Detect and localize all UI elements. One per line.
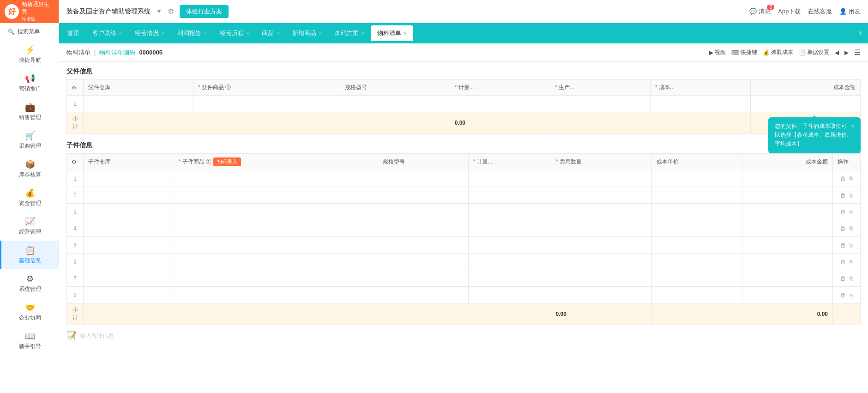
copy-icon-3[interactable]: ⎘ <box>850 209 853 215</box>
parent-col-gear[interactable]: ⚙ <box>67 80 84 96</box>
parent-produce-cell[interactable] <box>550 96 650 112</box>
app-download-link[interactable]: App下载 <box>778 7 801 16</box>
shortcut-action[interactable]: ⌨ 快捷键 <box>731 48 757 56</box>
header-left: 装备及固定资产辅助管理系统 ▼ ⚙ 体验行业方案 <box>66 5 229 18</box>
tab-goods[interactable]: 商品 × <box>255 25 286 41</box>
child-col-gear[interactable]: ⚙ <box>67 154 84 170</box>
tooltip-close-btn[interactable]: × <box>851 122 854 131</box>
copy-icon-7[interactable]: ⎘ <box>850 275 853 282</box>
child-table-row: 7 🗑 ⎘ <box>67 270 861 287</box>
parent-goods-cell[interactable] <box>193 96 340 112</box>
tab-profit[interactable]: 利润报告 × <box>171 25 213 41</box>
child-spec-2[interactable] <box>378 187 468 204</box>
copy-icon-2[interactable]: ⎘ <box>850 192 853 199</box>
child-action-2: 🗑 ⎘ <box>833 187 861 204</box>
breadcrumb-parent[interactable]: 物料清单 <box>66 48 90 57</box>
cost-action[interactable]: 💰 摊取成本 <box>763 48 793 56</box>
search-icon: 🔍 <box>8 29 15 35</box>
sidebar-item-marketing[interactable]: 📢 营销推广 <box>0 69 59 97</box>
delete-icon-6[interactable]: 🗑 <box>840 259 846 265</box>
sidebar-item-operation[interactable]: 📈 经营管理 <box>0 212 59 241</box>
tab-bom[interactable]: 物料清单 × <box>371 25 413 41</box>
tab-new-goods-label: 新增商品 <box>292 29 316 37</box>
copy-icon-6[interactable]: ⎘ <box>850 259 853 265</box>
tab-barcode[interactable]: 条码方案 × <box>328 25 371 41</box>
child-goods-2[interactable] <box>174 187 378 204</box>
child-unit-1[interactable] <box>468 170 551 187</box>
online-service-link[interactable]: 在线客服 <box>808 7 832 16</box>
bottom-note-area: 📝 输入备注信息 <box>66 331 861 341</box>
sidebar-item-finance[interactable]: 💰 资金管理 <box>0 183 59 212</box>
child-table-row: 8 🗑 ⎘ <box>67 287 861 303</box>
prev-btn[interactable]: ◀ <box>835 49 839 56</box>
scan-input-btn[interactable]: 扫码录入 <box>213 157 241 166</box>
parent-cost-cell[interactable] <box>651 96 751 112</box>
child-amount-2[interactable] <box>742 187 833 204</box>
child-unit-cost-1[interactable] <box>652 170 742 187</box>
tab-home[interactable]: 首页 <box>61 25 86 41</box>
delete-icon-5[interactable]: 🗑 <box>840 242 846 248</box>
tab-new-goods[interactable]: 新增商品 × <box>286 25 328 41</box>
sidebar-item-guide[interactable]: 📖 新手引导 <box>0 326 59 355</box>
child-warehouse-1[interactable] <box>84 170 174 187</box>
dropdown-arrow-icon[interactable]: ▼ <box>156 8 162 15</box>
tab-bom-close[interactable]: × <box>404 31 407 36</box>
tab-customer-close[interactable]: × <box>119 31 122 36</box>
user-avatar[interactable]: 👤 用友 <box>839 7 861 16</box>
message-badge: 6 <box>767 5 774 10</box>
sub-header: 物料清单 | 物料清单编码 0000005 ▶ 视频 ⌨ 快捷键 💰 摊取成本 … <box>59 43 868 62</box>
copy-icon-5[interactable]: ⎘ <box>850 242 853 248</box>
parent-warehouse-cell[interactable] <box>84 96 193 112</box>
sidebar-item-inventory[interactable]: 📦 库存核算 <box>0 155 59 183</box>
child-spec-1[interactable] <box>378 170 468 187</box>
tab-goods-close[interactable]: × <box>277 31 279 36</box>
doc-settings-action[interactable]: 📄 单据设置 <box>799 48 829 56</box>
tab-history-close[interactable]: × <box>247 31 249 36</box>
sidebar-item-sales[interactable]: 💼 销售管理 <box>0 97 59 126</box>
close-all-icon[interactable]: × <box>855 29 866 37</box>
tab-goods-label: 商品 <box>262 29 274 37</box>
child-unit-cost-2[interactable] <box>652 187 742 204</box>
experience-btn[interactable]: 体验行业方案 <box>180 5 229 18</box>
delete-icon-2[interactable]: 🗑 <box>840 192 846 199</box>
sidebar-item-collab[interactable]: 🤝 企业协同 <box>0 298 59 326</box>
tab-operation-close[interactable]: × <box>162 31 164 36</box>
tab-new-goods-close[interactable]: × <box>319 31 322 36</box>
delete-icon-1[interactable]: 🗑 <box>840 175 846 182</box>
sidebar-item-basic-info[interactable]: 📋 基础信息 <box>0 241 59 269</box>
message-area[interactable]: 💬 消息 6 <box>749 7 771 16</box>
parent-unit-cell[interactable] <box>450 96 550 112</box>
delete-icon-7[interactable]: 🗑 <box>840 275 846 282</box>
child-goods-1[interactable] <box>174 170 378 187</box>
sidebar-search-item[interactable]: 🔍 搜索菜单 <box>0 23 59 40</box>
parent-spec-cell[interactable] <box>340 96 450 112</box>
parent-table-row: 1 <box>67 96 861 112</box>
tab-profit-close[interactable]: × <box>204 31 207 36</box>
sidebar-item-quick-nav[interactable]: ⚡ 快捷导航 <box>0 40 59 69</box>
delete-icon-4[interactable]: 🗑 <box>840 225 846 232</box>
copy-icon-8[interactable]: ⎘ <box>850 292 853 298</box>
video-action[interactable]: ▶ 视频 <box>709 48 726 56</box>
delete-icon-8[interactable]: 🗑 <box>840 292 846 298</box>
gear-settings-icon[interactable]: ⚙ <box>168 7 174 16</box>
grid-view-btn[interactable]: ☰ <box>854 48 861 57</box>
tab-history[interactable]: 经营历程 × <box>213 25 256 41</box>
next-btn[interactable]: ▶ <box>844 49 849 56</box>
copy-icon-1[interactable]: ⎘ <box>850 175 853 182</box>
child-qty-1[interactable] <box>551 170 652 187</box>
tab-customer[interactable]: 客户联络 × <box>86 25 128 41</box>
child-qty-2[interactable] <box>551 187 652 204</box>
tab-operation[interactable]: 经营情况 × <box>128 25 171 41</box>
delete-icon-3[interactable]: 🗑 <box>840 209 846 215</box>
note-placeholder[interactable]: 输入备注信息 <box>80 332 114 340</box>
sidebar-item-system[interactable]: ⚙ 系统管理 <box>0 269 59 298</box>
parent-amount-cell[interactable] <box>751 96 861 112</box>
tab-barcode-close[interactable]: × <box>362 31 364 36</box>
tab-operation-label: 经营情况 <box>135 29 159 37</box>
child-warehouse-2[interactable] <box>84 187 174 204</box>
child-amount-1[interactable] <box>742 170 833 187</box>
operation-icon: 📈 <box>25 217 35 227</box>
sidebar-item-purchase[interactable]: 🛒 采购管理 <box>0 126 59 155</box>
child-unit-2[interactable] <box>468 187 551 204</box>
copy-icon-4[interactable]: ⎘ <box>850 225 853 232</box>
